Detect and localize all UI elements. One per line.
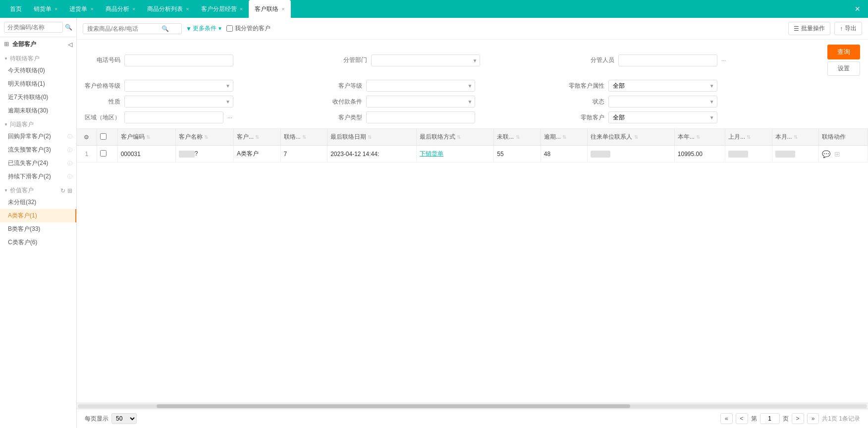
sidebar-item-today[interactable]: 今天待联络(0) [0, 64, 76, 77]
sidebar-search-input[interactable] [4, 22, 63, 33]
last-page-button[interactable]: » [807, 413, 819, 424]
my-customers-checkbox-label[interactable]: 我分管的客户 [226, 24, 271, 33]
sidebar-item-churn-warning[interactable]: 流失预警客户(3) ⓘ [0, 143, 76, 157]
sidebar-group-value: ▼ 价值客户 ↻ ⊞ [0, 183, 76, 196]
table-col-last-date[interactable]: 最后联络日期 ⇅ [327, 129, 417, 146]
filter-manager-input[interactable] [618, 54, 717, 66]
filter-nature: 性质 ▼ [85, 96, 317, 107]
filter-retail-customer-select[interactable]: 全部 [608, 111, 717, 123]
table-checkbox-col [97, 129, 117, 146]
nav-home[interactable]: 首页 [4, 0, 28, 18]
last-method-link[interactable]: 下销货单 [420, 150, 443, 157]
nav-customer-contact[interactable]: 客户联络 × [249, 0, 290, 18]
close-sales-icon[interactable]: × [54, 6, 57, 12]
filter-customer-type-input[interactable] [366, 111, 475, 123]
sidebar-item-declining[interactable]: 持续下滑客户(2) ⓘ [0, 170, 76, 183]
table-col-contact-person[interactable]: 往来单位联系人 ⇅ [588, 129, 675, 146]
first-page-button[interactable]: « [720, 413, 733, 424]
settings-icon[interactable]: ⊞ [67, 187, 72, 194]
filter-more-conditions[interactable]: ▼ 更多条件 ▼ [186, 24, 222, 33]
nav-purchase[interactable]: 进货单 × [63, 0, 99, 18]
close-customer-contact-icon[interactable]: × [281, 6, 284, 12]
table-col-contact[interactable]: 联络... ⇅ [280, 129, 327, 146]
close-all-button[interactable]: × [851, 4, 864, 14]
close-customer-segment-icon[interactable]: × [240, 6, 243, 12]
export-button[interactable]: ↑ 导出 [834, 22, 862, 35]
qr-icon[interactable]: ⊞ [834, 150, 840, 158]
filter-retail-attr-label: 零散客户属性 [569, 82, 608, 90]
sidebar-search-icon[interactable]: 🔍 [65, 24, 72, 31]
sidebar-item-tomorrow[interactable]: 明天待联络(1) [0, 77, 76, 91]
row-code: 000031 [117, 146, 175, 162]
table-col-last-method[interactable]: 最后联络方式 ⇅ [417, 129, 494, 146]
filter-customer-type-label: 客户类型 [326, 113, 366, 122]
filter-price-level-select[interactable] [124, 80, 233, 92]
chat-icon[interactable]: 💬 [822, 150, 830, 158]
nav-product-analysis-list[interactable]: 商品分析列表 × [141, 0, 195, 18]
sidebar-item-unclassified[interactable]: 未分组(32) [0, 196, 76, 209]
sidebar-item-a-class[interactable]: A类客户(1) [0, 209, 76, 222]
sidebar-item-b-class[interactable]: B类客户(33) [0, 222, 76, 236]
table-col-this-year[interactable]: 本年... ⇅ [674, 129, 725, 146]
sidebar-item-overdue[interactable]: 逾期未联络(30) [0, 104, 76, 117]
nav-sales[interactable]: 销货单 × [28, 0, 63, 18]
close-product-analysis-list-icon[interactable]: × [186, 6, 189, 12]
batch-op-button[interactable]: ☰ 批量操作 [788, 22, 830, 35]
sidebar-item-churned[interactable]: 已流失客户(24) ⓘ [0, 157, 76, 170]
scroll-thumb[interactable] [157, 404, 630, 408]
filter-nature-label: 性质 [85, 98, 124, 106]
filter-retail-attr-select[interactable]: 全部 [608, 80, 717, 92]
nav-customer-segment[interactable]: 客户分层经营 × [195, 0, 249, 18]
page-size-select[interactable]: 50 100 200 [111, 413, 137, 424]
sidebar-item-c-class[interactable]: C类客户(6) [0, 236, 76, 249]
sidebar-item-7days[interactable]: 近7天待联络(0) [0, 91, 76, 104]
filter-settings-button[interactable]: 设置 [827, 61, 860, 76]
table-col-this-month[interactable]: 本月... ⇅ [772, 129, 819, 146]
filter-manager-dots[interactable]: ··· [717, 57, 730, 64]
filter-status: 状态 ▼ [569, 96, 801, 107]
this-month-placeholder [775, 151, 795, 158]
row-checkbox[interactable] [100, 150, 107, 157]
close-product-analysis-icon[interactable]: × [132, 6, 135, 12]
table-col-last-month[interactable]: 上月... ⇅ [725, 129, 772, 146]
filter-region: 区域（地区） ··· [85, 111, 317, 123]
query-button[interactable]: 查询 [827, 45, 860, 59]
table-header-row: ⚙ 客户编码 ⇅ 客户名称 ⇅ [77, 129, 868, 146]
sort-name-icon: ⇅ [204, 134, 208, 140]
sidebar-item-repurchase[interactable]: 回购异常客户(2) ⓘ [0, 130, 76, 143]
filter-nature-select[interactable] [124, 96, 233, 107]
sidebar-all-customers[interactable]: ⊞ 全部客户 ◁ [0, 37, 76, 52]
table-col-name[interactable]: 客户名称 ⇅ [175, 129, 233, 146]
filter-customer-level-select[interactable] [366, 80, 475, 92]
prev-page-button[interactable]: < [736, 413, 748, 424]
select-all-checkbox[interactable] [100, 133, 107, 140]
grid-icon: ⊞ [4, 41, 9, 48]
filter-search-icon[interactable]: 🔍 [162, 25, 169, 32]
sidebar-group-problem: ▼ 问题客户 [0, 117, 76, 130]
refresh-icon[interactable]: ↻ [60, 187, 65, 194]
my-customers-checkbox[interactable] [226, 25, 233, 32]
filter-search-input[interactable] [87, 25, 162, 32]
table-col-overdue[interactable]: 逾期... ⇅ [541, 129, 588, 146]
sidebar-group-pending: ▼ 待联络客户 [0, 52, 76, 64]
info-icon-2: ⓘ [67, 147, 72, 154]
filter-region-input[interactable] [124, 111, 223, 123]
next-page-button[interactable]: > [792, 413, 804, 424]
row-last-date: 2023-04-12 14:44: [327, 146, 417, 162]
sidebar-search-wrap: 🔍 [0, 18, 76, 37]
filter-status-select[interactable] [608, 96, 717, 107]
close-purchase-icon[interactable]: × [90, 6, 93, 12]
table-col-code[interactable]: 客户编码 ⇅ [117, 129, 175, 146]
table-col-not-contacted[interactable]: 未联... ⇅ [494, 129, 541, 146]
gear-icon[interactable]: ⚙ [81, 131, 92, 144]
page-num-input[interactable] [760, 413, 780, 424]
scroll-track[interactable] [78, 404, 867, 408]
sort-last-month-icon: ⇅ [747, 134, 751, 140]
filter-phone-input[interactable] [124, 54, 233, 66]
nav-product-analysis[interactable]: 商品分析 × [100, 0, 141, 18]
filter-region-dots[interactable]: ··· [223, 114, 236, 121]
filter-payment-select[interactable] [366, 96, 475, 107]
sidebar-collapse-icon[interactable]: ◁ [68, 41, 72, 48]
filter-dept-select[interactable] [371, 54, 480, 66]
table-col-level[interactable]: 客户... ⇅ [234, 129, 281, 146]
